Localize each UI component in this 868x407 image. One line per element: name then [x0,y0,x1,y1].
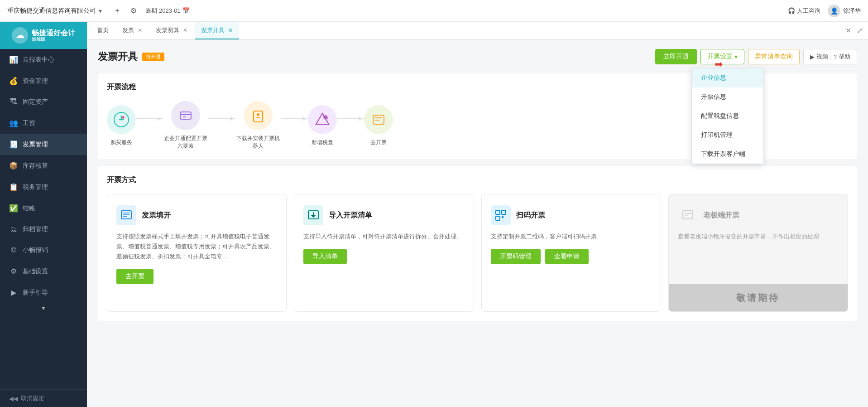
maximize-tab-icon[interactable]: ⤢ [855,24,864,37]
video-button[interactable]: ▶ 视频 | ? 帮助 [803,49,857,64]
import-list-button[interactable]: 导入清单 [303,249,347,264]
billing-card-manual-title: 发票填开 [142,211,171,220]
svg-rect-22 [502,216,504,218]
process-arrow-3 [281,118,308,119]
billing-card-scan-actions: 开票码管理 查看申请 [491,249,652,264]
dropdown-item-printer[interactable]: 打印机管理 [692,126,763,145]
guide-icon: ▶ [9,288,18,297]
tab-invoice-open[interactable]: 发票开具 ✕ [195,22,239,39]
page-title: 发票开具 [98,50,138,63]
svg-rect-2 [180,112,191,119]
billing-card-manual-actions: 去开票 [116,269,277,284]
dropdown-item-tax-config[interactable]: 配置税盘信息 [692,107,763,126]
sidebar-item-salary[interactable]: 👥 工资 [0,112,87,134]
process-step-label-5: 去开票 [370,139,387,146]
sidebar-item-tax[interactable]: 📋 税务管理 [0,176,87,198]
process-step-2: 企业开通配置开票六要素 [163,101,208,150]
billing-card-import-actions: 导入清单 [303,249,464,264]
process-arrow-2 [208,118,235,119]
process-icon-1 [107,105,136,134]
billing-card-import-title: 导入开票清单 [329,211,372,220]
sidebar-item-xiaochang[interactable]: © 小畅报销 [0,240,87,261]
sidebar-item-funds[interactable]: 💰 资金管理 [0,70,87,92]
add-tab-button[interactable]: ＋ [111,5,124,17]
page-content: 发票开具 待开通 立即开通 开票设置 ▾ 异常清单查询 ▶ 视频 [87,40,868,407]
headset-icon: 🎧 [788,7,795,14]
user-info[interactable]: 👤 徐泽华 [828,5,861,17]
billing-card-boss-header: 老板端开票 [678,205,839,225]
svg-point-6 [257,113,259,116]
billing-card-scan-header: 扫码开票 [491,205,652,225]
invoice-icon: 🧾 [9,140,18,149]
tab-home[interactable]: 首页 [91,22,115,39]
status-badge: 待开通 [142,53,164,61]
inventory-icon: 📦 [9,161,18,170]
xiaochang-icon: © [9,246,18,254]
billing-card-boss: 老板端开票 查看老板端小程序提交的开票申请，并作出相应的处理 敬请期待 [668,194,848,312]
top-actions: ＋ ⚙ [111,5,140,17]
abnormal-list-button[interactable]: 异常清单查询 [748,49,800,64]
activate-button[interactable]: 立即开通 [655,49,697,64]
company-selector[interactable]: 重庆畅捷交通信息咨询有限公司 ▾ [7,7,102,15]
content-area: 首页 发票 ✕ 发票测算 ✕ 发票开具 ✕ ✕ ⤢ [87,22,868,407]
billing-card-import-header: 导入开票清单 [303,205,464,225]
scan-code-manage-button[interactable]: 开票码管理 [491,249,541,264]
close-tab-icon[interactable]: ✕ [844,24,853,37]
manual-invoice-icon [116,205,136,225]
process-icon-2 [171,101,200,130]
sidebar-item-archive[interactable]: 🗂 归档管理 [0,219,87,240]
tab-invoice-calc-close[interactable]: ✕ [183,27,187,34]
reports-icon: 📊 [9,55,18,64]
sidebar-item-guide[interactable]: ▶ 新手引导 [0,282,87,303]
support-button[interactable]: 🎧 人工咨询 [788,7,820,15]
billing-card-manual: 发票填开 支持按照发票样式手工填开发票；可开具增值税电子普通发票、增值税普通发票… [107,194,287,312]
period-label: 账期 [145,7,157,15]
boss-invoice-icon [678,205,698,225]
company-name: 重庆畅捷交通信息咨询有限公司 [7,7,96,15]
settings-dropdown: ➡ 企业信息 开票信息 配置税盘信息 [691,68,764,164]
logo-icon: ☁ [12,27,28,44]
calendar-icon[interactable]: 📅 [182,7,190,14]
dropdown-item-invoice-info[interactable]: 开票信息 [692,87,763,107]
svg-text:税: 税 [324,115,328,120]
boss-overlay: 敬请期待 [669,284,848,311]
page-header: 发票开具 待开通 立即开通 开票设置 ▾ 异常清单查询 ▶ 视频 [98,49,857,64]
sidebar-item-reports[interactable]: 📊 云报表中心 [0,49,87,70]
billing-card-boss-desc: 查看老板端小程序提交的开票申请，并作出相应的处理 [678,232,839,242]
sidebar-item-settle[interactable]: ✅ 结账 [0,198,87,219]
process-icon-5 [364,105,393,134]
pin-icon: ◀◀ [9,395,18,402]
settle-icon: ✅ [9,204,18,213]
process-icon-3 [244,101,273,130]
top-right: 🎧 人工咨询 👤 徐泽华 [788,5,861,17]
sidebar-item-invoice[interactable]: 🧾 发票管理 [0,134,87,155]
chevron-down-icon: ▾ [734,53,738,60]
period-info: 账期 2023-01 📅 [145,7,190,15]
sidebar-collapse-button[interactable]: ◀◀ 取消固定 [0,389,87,407]
tab-invoice-open-close[interactable]: ✕ [228,27,233,34]
scan-invoice-icon [491,205,511,225]
process-step-label-1: 购买服务 [110,139,132,146]
tax-icon: 📋 [9,183,18,191]
tab-invoice[interactable]: 发票 ✕ [116,22,149,39]
billing-methods: 发票填开 支持按照发票样式手工填开发票；可开具增值税电子普通发票、增值税普通发票… [107,194,848,312]
manual-go-invoice-button[interactable]: 去开票 [116,269,153,284]
sidebar-item-settings[interactable]: ⚙ 基础设置 [0,261,87,282]
svg-rect-7 [256,117,260,118]
billing-card-manual-desc: 支持按照发票样式手工填开发票；可开具增值税电子普通发票、增值税普通发票、增值税专… [116,232,277,262]
tab-invoice-calc[interactable]: 发票测算 ✕ [149,22,194,39]
tab-invoice-close[interactable]: ✕ [138,27,142,34]
sidebar-item-inventory[interactable]: 📦 库存核算 [0,155,87,176]
settings-icon-button[interactable]: ⚙ [127,5,140,17]
dropdown-item-company-info[interactable]: 企业信息 [692,68,763,87]
scan-view-apply-button[interactable]: 查看申请 [545,249,589,264]
scroll-down-arrow[interactable]: ▼ [0,303,87,313]
billing-section-title: 开票方式 [107,175,848,185]
main-area: ☁ 畅捷通好会计 旗舰版 📊 云报表中心 💰 资金管理 🏗 固定资产 👥 [0,22,868,407]
svg-rect-21 [496,216,500,220]
process-icon-4: 税 [308,105,337,134]
sidebar-item-assets[interactable]: 🏗 固定资产 [0,92,87,112]
billing-card-boss-title: 老板端开票 [703,211,739,220]
dropdown-item-download-client[interactable]: 下载开票客户端 [692,145,763,164]
user-name: 徐泽华 [843,7,861,15]
